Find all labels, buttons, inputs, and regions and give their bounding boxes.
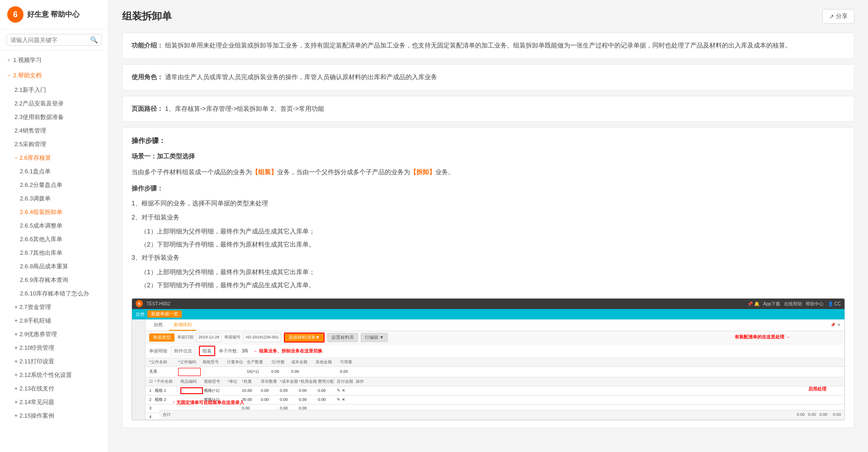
sidebar-item-label: 2.帮助文档 [13,71,42,80]
expand-icon9: + [14,399,18,405]
sidebar-item-mobile[interactable]: +2.8手机旺铺 [0,314,108,328]
ss-col-check: ☑ [149,378,154,385]
ss-col-other: 其他金额 [316,359,338,366]
sidebar-item-install[interactable]: 2.2产品安装及登录 [0,97,108,110]
ss-col-sub-stock: 库存数量 [261,378,279,385]
ss-module-label: 自然 [136,310,145,318]
ss-tab-natural[interactable]: 自然 [149,319,167,331]
scene1-title: 场景一：加工类型选择 [132,152,195,160]
ss-test-id: TEST-H002 [146,300,170,308]
sidebar-item-sales[interactable]: 2.4销售管理 [0,124,108,138]
ss-subtab-right: 📌 ✕ [830,322,841,328]
expand-icon4: + [14,331,18,338]
sidebar-item-partial-stocktake[interactable]: 2.6.2分量盘点单 [0,178,108,192]
ss-lower-row1: 1 规格 1 规格(+1) 15.00 0.00 0.00 0.00 0.00 … [146,386,844,395]
ss-action-area: 选择材料清单▼ [284,333,325,343]
ss-col-sub-cost: *成本金额 [280,378,298,385]
ss-col-sub-name: *子件名称 [155,378,179,385]
ss-date-label: 单据日期 [177,334,193,341]
ss-main-area: 自然 新增排列 📌 ✕ 单据类型 单据日期 2019-12-28 单据编号 AD [132,319,844,419]
ops-card: 操作步骤： 场景一：加工类型选择 当由多个子件材料组装成一个成品的业务为【组装】… [122,127,854,428]
role-label: 使用角色： [132,73,163,81]
expand-icon3: + [14,318,18,324]
ss-set-material[interactable]: 设置材料库 [327,333,358,342]
ss-toolbar: 单据类型 单据日期 2019-12-28 单据编号 AD-20191226-00… [146,331,844,344]
ss-btn-type[interactable]: 单据类型 [149,333,175,342]
step-2: 2、对于组装业务 [132,212,845,223]
ss-footer: 合计 0.00 0.00 0.00 0.00 [159,410,844,419]
collapse-sub-icon: − [14,155,18,161]
ss-col-qty: 生产数量 [247,359,269,366]
scene1-desc: 当由多个子件材料组装成一个成品的业务为【组装】业务，当由一个父件拆分成多个子产品… [132,167,845,178]
sidebar-item-stocktake[interactable]: 2.6.1盘点单 [0,165,108,178]
role-card: 使用角色： 通常由生产人员或库管人员完成拆装业务的操作，库管人员确认原材料的出库… [122,64,854,90]
search-area: 🔍 [0,29,108,51]
sidebar-item-docs[interactable]: − 2.帮助文档 [0,68,108,83]
sidebar-item-newbie[interactable]: 2.1新手入门 [0,83,108,97]
sidebar-item-other-out[interactable]: 2.6.7其他出库单 [0,246,108,260]
ss-footer-total: 合计 [163,411,171,418]
sidebar-item-label: 1.视频学习 [13,56,42,64]
sidebar-item-inventory[interactable]: − 2.6库存核算 [0,151,108,165]
ss-col-sub-payable: 应付金额 [337,378,355,385]
assembly-keyword: 【组装】 [252,168,277,176]
ss-date-val: 2019-12-28 [196,333,222,342]
sidebar-item-assembly[interactable]: 2.6.4组装拆卸单 [0,205,108,219]
path-text: 1、库存核算->库存管理->组装拆卸单 2、首页->常用功能 [165,105,324,112]
share-icon: ↗ [829,13,834,20]
ss-upper-row: 关系 15(+1) 0.00 0.00 0.00 启用处理 [146,367,844,377]
sidebar-item-faq[interactable]: +2.14常见问题 [0,395,108,409]
step-2-1: （1）上部明细为父件明细，最终作为产成品生成其它入库单； [132,226,845,237]
share-button[interactable]: ↗ 分享 [822,9,854,24]
sidebar-item-payment[interactable]: +2.13在线支付 [0,382,108,395]
ss-logo: 6 [136,300,143,307]
sidebar-item-other-in[interactable]: 2.6.6其他入库单 [0,233,108,246]
sidebar-item-data-prep[interactable]: 2.3使用前数据准备 [0,110,108,124]
search-input[interactable] [10,37,90,43]
func-intro-label: 功能介绍： [132,42,163,49]
annotation-enable: 启用处理 [808,385,826,393]
ss-bom-btn[interactable]: 选择材料清单▼ [284,333,325,343]
func-intro-card: 功能介绍： 组装拆卸单用来处理企业组装或拆卸等加工业务，支持有固定装配清单的产品… [122,33,854,59]
ss-pin-icon: 📌 [830,322,835,328]
ss-upper-r1-up: 0.00 [271,368,289,375]
sidebar-item-video[interactable]: + 1.视频学习 [0,52,108,68]
ss-system-bar: 6 TEST-H002 📌 🔔 App下载 在线帮助 帮助中心 👤 CC [132,299,844,309]
ss-col-unit: 计量单位 [227,359,245,366]
sidebar-item-cases[interactable]: +2.15操作案例 [0,409,108,423]
sidebar-item-transfer[interactable]: 2.6.3调拨单 [0,192,108,205]
ss-col-sub-consume: *耗量 [242,378,260,385]
ss-assemble-toggle[interactable]: 组装 [199,346,215,356]
ss-type-row: 单据明细 附件信息 组装 单子件数: 3/6 ← 组装业务、拆卸业务在这里切换 [146,344,844,358]
sidebar-item-print[interactable]: +2.11打印设置 [0,355,108,368]
sidebar-item-personalize[interactable]: +2.12系统个性化设置 [0,368,108,382]
func-intro-text: 组装拆卸单用来处理企业组装或拆卸等加工业务，支持有固定装配清单的产品加工业务，也… [165,42,792,49]
main-content: 组装拆卸单 ↗ 分享 功能介绍： 组装拆卸单用来处理企业组装或拆卸等加工业务，支… [108,0,868,452]
step-3: 3、对于拆装业务 [132,252,845,263]
disassembly-keyword: 【拆卸】 [410,168,435,176]
expand-icon7: + [14,372,18,378]
sidebar-item-cost-adjust[interactable]: 2.6.5成本调整单 [0,219,108,233]
ss-row-edit[interactable]: 行编辑 ▼ [361,333,388,342]
sidebar-item-purchase[interactable]: 2.5采购管理 [0,138,108,151]
sidebar-item-stock-book[interactable]: 2.6.9库存账本查询 [0,273,108,287]
ss-close-icon: ✕ [837,322,841,328]
search-box[interactable]: 🔍 [6,34,102,46]
ss-new-btn[interactable]: 新建单据一览 [147,310,182,318]
ss-tab-new[interactable]: 新增排列 [169,319,196,331]
scene1-block: 场景一：加工类型选择 [132,151,845,162]
sidebar-item-business[interactable]: +2.10经营管理 [0,341,108,355]
sidebar-item-coupon[interactable]: +2.9优惠券管理 [0,328,108,341]
sidebar-item-finance[interactable]: +2.7资金管理 [0,300,108,314]
sidebar-item-stock-fix[interactable]: 2.6.10库存账本错了怎么办 [0,287,108,300]
role-text: 通常由生产人员或库管人员完成拆装业务的操作，库管人员确认原材料的出库和产成品的入… [165,73,437,81]
ss-type-label: 单据明细 [149,347,167,355]
ss-type-detail: 附件信息 [171,346,195,356]
step-3-2: （2）下部明细为子件明细，最终作为产成品生成其它入库单。 [132,280,845,291]
ss-footer-vals: 0.00 0.00 0.00 0.00 [797,411,841,418]
annotation-no-bom: ↑ 无固定清单可在组装单在这里录入 [173,399,244,406]
search-icon[interactable]: 🔍 [90,36,98,43]
sidebar-item-cost-recalc[interactable]: 2.6.8商品成本重算 [0,260,108,273]
expand-icon5: + [14,345,18,351]
ss-subtabs: 自然 新增排列 📌 ✕ [146,319,844,331]
